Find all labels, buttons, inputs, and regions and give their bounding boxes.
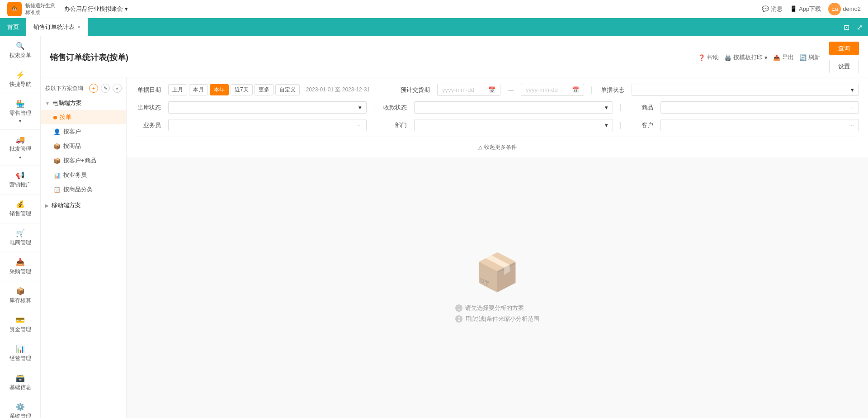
expand-icon[interactable]: ⤢ [855, 21, 864, 33]
shipment-status-select[interactable]: ▾ [168, 101, 367, 114]
bill-status-label: 单据状态 [599, 86, 624, 94]
topbar-left: 🐯 畅捷通好生意 标准版 办公用品行业模拟账套 ▾ [7, 2, 128, 16]
scheme-group-pc-header[interactable]: ▼ 电脑端方案 [41, 96, 126, 110]
empty-tip-1: 1 请先选择要分析的方案 [455, 303, 539, 314]
refresh-button[interactable]: 🔄 刷新 [799, 53, 820, 62]
help-icon: ❓ [698, 54, 705, 61]
add-scheme-icon[interactable]: + [89, 84, 98, 93]
finance-icon: 💳 [16, 316, 25, 324]
scheme-group-pc: ▼ 电脑端方案 按单 👤 按客户 📦 按商品 [41, 96, 126, 197]
dept-select[interactable]: ▾ [414, 119, 613, 131]
scheme-item-by-salesperson[interactable]: 📊 按业务员 [41, 168, 126, 182]
company-selector[interactable]: 办公用品行业模拟账套 ▾ [64, 5, 128, 13]
date-btn-7days[interactable]: 近7天 [231, 84, 253, 95]
empty-illustration: 📦 [475, 251, 520, 294]
sidebar-item-shortcut[interactable]: ⚡ 快捷导航 [0, 65, 40, 94]
sidebar-item-basic[interactable]: 🗃️ 基础信息 [0, 368, 40, 397]
chevron-down-icon: ▾ [125, 5, 128, 12]
user-avatar[interactable]: Ea demo2 [828, 3, 861, 15]
minimize-icon[interactable]: ⊡ [842, 21, 851, 33]
scheme-item-by-product[interactable]: 📦 按商品 [41, 139, 126, 153]
edit-scheme-icon[interactable]: ✎ [101, 84, 110, 93]
sidebar-item-ecom[interactable]: 🛒 电商管理 [0, 223, 40, 252]
bill-status-select[interactable]: ▾ [632, 84, 859, 96]
sidebar-item-sales[interactable]: 💰 销售管理 [0, 195, 40, 223]
scheme-panel: 按以下方案查询 + ✎ « ▼ 电脑端方案 按单 👤 [41, 77, 127, 418]
filter-result-container: 单据日期 上月 本月 本年 近7天 更多 自定义 2023-01-01 至 20… [127, 77, 868, 418]
marketing-icon: 📢 [16, 171, 25, 180]
date-btn-more[interactable]: 更多 [255, 84, 274, 95]
tab-home[interactable]: 首页 [0, 18, 26, 36]
scheme-toolbar-label: 按以下方案查询 [45, 85, 86, 92]
retail-icon: 🏪 [16, 100, 25, 108]
sidebar-item-marketing[interactable]: 📢 营销推广 [0, 166, 40, 195]
date-btn-this-year[interactable]: 本年 [210, 84, 229, 95]
chevron-shipment-icon: ▾ [359, 104, 362, 111]
calendar-end-icon: 📅 [572, 86, 579, 93]
date-btn-this-month[interactable]: 本月 [189, 84, 208, 95]
customer-product-icon: 📦 [53, 157, 61, 164]
date-label: 单据日期 [136, 86, 161, 94]
sidebar-item-finance[interactable]: 💳 资金管理 [0, 310, 40, 339]
shortcut-icon: ⚡ [16, 71, 25, 79]
salesperson-label: 业务员 [136, 121, 161, 129]
sidebar-group-retail: 🏪 零售管理 ▾ [0, 94, 40, 130]
scheme-item-by-order[interactable]: 按单 [41, 110, 126, 124]
print-button[interactable]: 🖨️ 按模板打印 ▾ [724, 53, 768, 62]
salesperson-select[interactable]: ··· [168, 119, 367, 131]
sidebar-item-search[interactable]: 🔍 搜索菜单 [0, 36, 40, 65]
filter-row-3: 业务员 ··· 部门 ▾ 客户 [136, 119, 859, 131]
scheme-item-by-customer[interactable]: 👤 按客户 [41, 124, 126, 139]
collapse-arrow-icon: ▶ [45, 203, 49, 208]
sidebar-group-wholesale: 🚚 批发管理 ▴ [0, 130, 40, 166]
page-actions: ❓ 帮助 🖨️ 按模板打印 ▾ 📤 导出 🔄 刷新 查询 [698, 42, 859, 73]
chevron-down-select-icon: ▾ [851, 86, 854, 93]
sales-icon: 💰 [16, 200, 25, 209]
empty-tips: 1 请先选择要分析的方案 2 用[过滤]条件来缩小分析范围 [455, 303, 539, 324]
tabbar: 首页 销售订单统计表 × ⊡ ⤢ [0, 18, 868, 36]
page-title: 销售订单统计表(按单) [50, 52, 128, 63]
filter-collapse-row: △ 收起更多条件 [136, 137, 859, 157]
message-action[interactable]: 💬 消息 [762, 5, 783, 13]
collapse-button[interactable]: △ 收起更多条件 [478, 141, 517, 154]
shipment-label: 出库状态 [136, 104, 161, 112]
date-btn-custom[interactable]: 自定义 [275, 84, 300, 95]
tab-sales-stats[interactable]: 销售订单统计表 × [26, 18, 88, 36]
ellipsis-product-icon: ··· [849, 104, 854, 111]
expected-date-label: 预计交货期 [401, 86, 430, 94]
product-select[interactable]: ··· [660, 101, 859, 114]
expand-arrow-icon: ▼ [45, 101, 50, 106]
content-area: 销售订单统计表(按单) ❓ 帮助 🖨️ 按模板打印 ▾ 📤 导出 🔄 刷新 [41, 36, 868, 418]
refresh-icon: 🔄 [799, 54, 807, 61]
sidebar-item-inventory[interactable]: 📦 库存核算 [0, 281, 40, 310]
collapse-scheme-icon[interactable]: « [113, 84, 122, 93]
sidebar-item-retail[interactable]: 🏪 零售管理 ▾ [0, 94, 40, 129]
payment-status-select[interactable]: ▾ [414, 101, 613, 114]
expected-date-end[interactable]: yyyy-mm-dd 📅 [521, 84, 584, 96]
salesperson-scheme-icon: 📊 [53, 172, 61, 179]
query-button[interactable]: 查询 [829, 42, 859, 55]
dept-label: 部门 [382, 121, 407, 129]
logo-icon: 🐯 [7, 2, 22, 16]
result-area: 📦 1 请先选择要分析的方案 2 用[过滤]条件来缩小分析范围 [127, 157, 868, 418]
sidebar-item-ops[interactable]: 📊 经营管理 [0, 339, 40, 368]
filter-section: 单据日期 上月 本月 本年 近7天 更多 自定义 2023-01-01 至 20… [127, 77, 868, 157]
date-btn-last-month[interactable]: 上月 [168, 84, 187, 95]
scheme-group-mobile-header[interactable]: ▶ 移动端方案 [41, 199, 126, 212]
sidebar-item-system[interactable]: ⚙️ 系统管理 [0, 397, 40, 418]
customer-select[interactable]: ··· [660, 119, 859, 131]
main-layout: 🔍 搜索菜单 ⚡ 快捷导航 🏪 零售管理 ▾ 🚚 批发管理 ▴ 📢 营销推广 [0, 36, 868, 418]
scheme-item-by-category[interactable]: 📋 按商品分类 [41, 182, 126, 197]
collapse-icon: △ [478, 144, 482, 151]
scheme-item-by-customer-product[interactable]: 📦 按客户+商品 [41, 153, 126, 168]
sidebar-item-wholesale[interactable]: 🚚 批发管理 ▴ [0, 130, 40, 165]
date-range-text: 2023-01-01 至 2023-12-31 [306, 86, 370, 94]
export-button[interactable]: 📤 导出 [773, 53, 794, 62]
setting-button[interactable]: 设置 [829, 60, 859, 73]
ellipsis-salesperson-icon: ··· [357, 122, 362, 128]
expected-date-start[interactable]: yyyy-mm-dd 📅 [437, 84, 500, 96]
tab-close-icon[interactable]: × [77, 24, 80, 30]
sidebar-item-purchase[interactable]: 📥 采购管理 [0, 252, 40, 281]
app-download-action[interactable]: 📱 App下载 [790, 5, 821, 13]
help-button[interactable]: ❓ 帮助 [698, 53, 719, 62]
